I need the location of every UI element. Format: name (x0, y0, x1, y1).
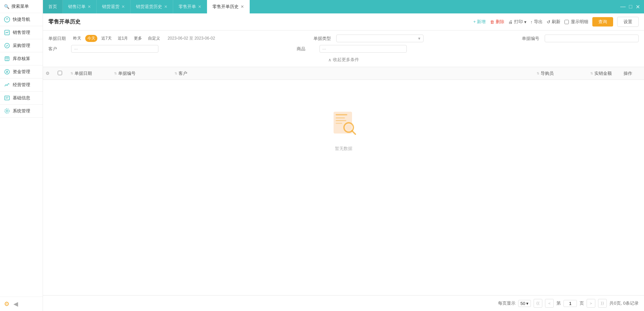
page-size-value: 50 (521, 301, 525, 306)
settings-gear-icon[interactable]: ⚙ (4, 300, 9, 308)
sidebar-item-label: 销售管理 (13, 30, 30, 36)
col-guide[interactable]: ⇅ 导购员 (534, 70, 574, 76)
date-label: 单据日期 (48, 36, 67, 42)
sidebar-item-label: 资金管理 (13, 69, 30, 75)
tab-close-icon[interactable]: ✕ (164, 4, 167, 9)
select-all-checkbox[interactable] (58, 71, 68, 76)
col-customer[interactable]: ⇅ 客户 (172, 70, 534, 76)
date-range-display: 2023-06-02 至 2023-06-02 (167, 36, 215, 41)
search-icon: 🔍 (4, 4, 9, 9)
sort-icon: ⇅ (537, 71, 539, 75)
goods-input[interactable]: ··· (319, 45, 407, 53)
new-button[interactable]: + 新增 (473, 19, 486, 25)
header-checkbox[interactable] (58, 71, 62, 75)
sidebar-item-label: 经营管理 (13, 82, 30, 88)
date-btn-yesterday[interactable]: 昨天 (71, 35, 83, 42)
tab-close-icon[interactable]: ✕ (121, 4, 125, 9)
sidebar-item-sys-mgmt[interactable]: 系统管理 (0, 105, 43, 118)
refresh-button[interactable]: ↺ 刷新 (547, 19, 560, 25)
tab-retail-open-hist[interactable]: 零售开单历史 ✕ (207, 0, 250, 13)
doc-type-select[interactable]: ▾ (336, 35, 424, 42)
col-date[interactable]: ⇅ 单据日期 (68, 70, 111, 76)
query-button[interactable]: 查询 (592, 17, 613, 27)
export-button[interactable]: ↑ 导出 (531, 19, 543, 25)
pagination: 每页显示 50 ▾ ⟨⟨ ＜ 第 1 页 ＞ ⟩⟩ 共0页, 0条记录 (43, 295, 644, 311)
col-num[interactable]: ⇅ 单据编号 (111, 70, 172, 76)
date-btn-custom[interactable]: 自定义 (146, 35, 162, 42)
maximize-icon[interactable]: □ (629, 4, 632, 10)
page-size-arrow: ▾ (526, 301, 529, 306)
table-area: ⚙ ⇅ 单据日期 ⇅ 单据编号 ⇅ 客户 ⇅ 导购员 ⇅ 实销金额 (43, 67, 644, 295)
tab-retail-open[interactable]: 零售开单 ✕ (173, 0, 207, 13)
close-window-icon[interactable]: ✕ (636, 4, 640, 10)
sidebar-item-operation[interactable]: 经营管理 (0, 79, 43, 92)
sidebar-item-quick-nav[interactable]: 快捷导航 (0, 13, 43, 26)
col-amount[interactable]: ⇅ 实销金额 (574, 70, 614, 76)
page-unit: 页 (580, 300, 584, 306)
sidebar-item-purchase-mgmt[interactable]: 采购管理 (0, 39, 43, 52)
collapse-more-button[interactable]: ∧ 收起更多条件 (48, 55, 639, 64)
trash-icon: 🗑 (490, 19, 494, 24)
refresh-icon: ↺ (547, 19, 550, 24)
filter-row-date: 单据日期 昨天 今天 近7天 近1月 更多 自定义 2023-06-02 至 2… (48, 35, 639, 42)
sales-mgmt-icon (4, 30, 10, 36)
tab-home[interactable]: 首页 (43, 0, 63, 13)
page-size-select[interactable]: 50 ▾ (518, 300, 531, 307)
svg-rect-13 (336, 114, 347, 115)
doc-type-label: 单据类型 (313, 36, 332, 42)
page-number-input[interactable]: 1 (563, 300, 577, 307)
set-button[interactable]: 设置 (617, 17, 639, 27)
date-btn-last1m[interactable]: 近1月 (116, 35, 130, 42)
sidebar-bottom: ⚙ ◀ (0, 297, 43, 311)
tab-close-icon[interactable]: ✕ (88, 4, 91, 9)
customer-label: 客户 (48, 46, 67, 52)
tab-close-icon[interactable]: ✕ (198, 4, 201, 9)
delete-button[interactable]: 🗑 删除 (490, 19, 504, 25)
column-settings-icon[interactable]: ⚙ (46, 71, 58, 76)
sidebar-item-finance[interactable]: 资金管理 (0, 65, 43, 79)
tab-sales-return[interactable]: 销货退货 ✕ (97, 0, 131, 13)
sidebar-item-label: 基础信息 (13, 95, 30, 101)
filter-area: 单据日期 昨天 今天 近7天 近1月 更多 自定义 2023-06-02 至 2… (43, 31, 644, 67)
finance-icon (4, 69, 10, 75)
customer-input[interactable]: ··· (71, 45, 158, 53)
tab-close-icon[interactable]: ✕ (241, 4, 244, 9)
empty-icon (327, 107, 360, 140)
main-area: 首页 销售订单 ✕ 销货退货 ✕ 销货退货历史 ✕ 零售开单 ✕ 零售开单历史 … (43, 0, 644, 311)
svg-line-19 (352, 131, 355, 134)
sort-icon: ⇅ (70, 71, 73, 75)
display-detail-checkbox[interactable] (564, 20, 569, 24)
sidebar-item-basic-info[interactable]: 基础信息 (0, 92, 43, 105)
tab-sales-return-hist[interactable]: 销货退货历史 ✕ (131, 0, 173, 13)
first-page-button[interactable]: ⟨⟨ (534, 299, 542, 308)
svg-rect-7 (5, 96, 9, 100)
sidebar-item-label: 库存核算 (13, 56, 30, 62)
tab-bar: 首页 销售订单 ✕ 销货退货 ✕ 销货退货历史 ✕ 零售开单 ✕ 零售开单历史 … (43, 0, 644, 13)
sidebar-search-label: 搜索菜单 (11, 3, 29, 9)
date-filter-buttons: 昨天 今天 近7天 近1月 更多 自定义 (71, 35, 162, 42)
doc-num-input[interactable] (545, 35, 639, 42)
sidebar-item-inventory[interactable]: 库存核算 (0, 52, 43, 65)
customer-placeholder: ··· (74, 46, 78, 51)
page-size-label: 每页显示 (498, 300, 515, 306)
sort-icon: ⇅ (175, 71, 177, 75)
next-page-button[interactable]: ＞ (587, 299, 595, 308)
prev-page-button[interactable]: ＜ (545, 299, 554, 308)
svg-point-18 (346, 125, 351, 130)
page-label: 第 (556, 300, 561, 306)
sidebar-item-sales-mgmt[interactable]: 销售管理 (0, 26, 43, 39)
last-page-button[interactable]: ⟩⟩ (598, 299, 607, 308)
date-btn-last7[interactable]: 近7天 (99, 35, 114, 42)
sidebar-search[interactable]: 🔍 搜索菜单 (0, 0, 43, 13)
date-btn-today[interactable]: 今天 (85, 35, 97, 42)
collapse-sidebar-icon[interactable]: ◀ (13, 300, 18, 308)
svg-point-10 (6, 110, 8, 112)
print-button[interactable]: 🖨 打印 ▾ (508, 19, 527, 25)
minimize-icon[interactable]: — (620, 4, 626, 10)
date-btn-more[interactable]: 更多 (132, 35, 144, 42)
display-detail-button[interactable]: 显示明细 (564, 19, 588, 25)
sidebar-item-label: 采购管理 (13, 43, 30, 49)
tab-sales-order[interactable]: 销售订单 ✕ (63, 0, 97, 13)
collapse-label: 收起更多条件 (333, 57, 359, 63)
print-icon: 🖨 (508, 19, 513, 24)
